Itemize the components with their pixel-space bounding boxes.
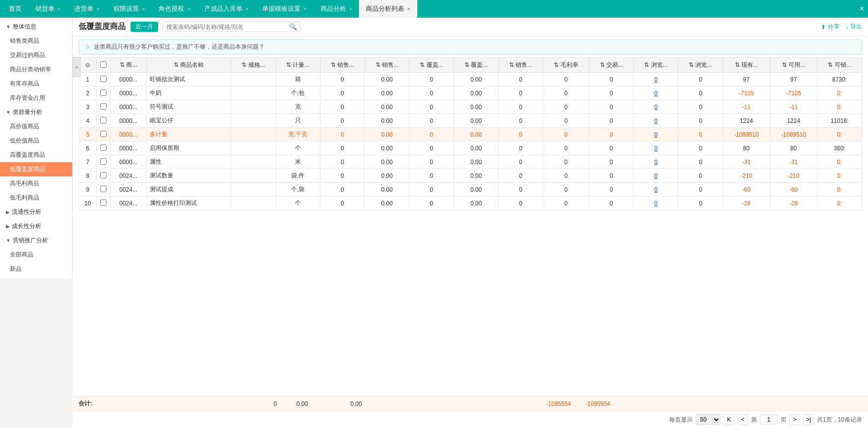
cell-check[interactable]: [97, 86, 110, 100]
cell-check[interactable]: [97, 100, 110, 114]
period-button[interactable]: 近一月: [131, 22, 158, 32]
th-check[interactable]: [97, 58, 110, 73]
row-checkbox[interactable]: [100, 131, 107, 137]
sort-b2-icon[interactable]: ⇅: [689, 61, 694, 68]
cell-br1[interactable]: 0: [634, 114, 678, 128]
nav-tab-product-in[interactable]: 产成品入库单 ×: [197, 0, 255, 18]
nav-tab-analysis[interactable]: 商品分析 ×: [314, 0, 359, 18]
cell-br1[interactable]: 0: [634, 73, 678, 86]
cell-br1[interactable]: 0: [634, 100, 678, 114]
row-checkbox[interactable]: [100, 200, 107, 206]
row-checkbox[interactable]: [100, 186, 107, 192]
settings-icon[interactable]: ⚙: [85, 62, 90, 69]
close-template-icon[interactable]: ×: [303, 6, 306, 12]
sidebar-section-marketing[interactable]: ▼ 营销推广分析: [0, 233, 72, 248]
cell-check[interactable]: [97, 155, 110, 169]
sidebar-item-high-coverage[interactable]: 高覆盖度商品: [0, 148, 72, 162]
page-size-select[interactable]: 50 20 100: [696, 414, 721, 425]
cell-check[interactable]: [97, 114, 110, 128]
row-checkbox[interactable]: [100, 117, 107, 123]
sort-unit-icon[interactable]: ⇅: [286, 61, 291, 68]
sort-b1-icon[interactable]: ⇅: [644, 61, 649, 68]
cell-br1[interactable]: 0: [634, 197, 678, 210]
sidebar-item-capital[interactable]: 库存资金占用: [0, 91, 72, 105]
sort-sa-icon[interactable]: ⇅: [376, 61, 380, 68]
sidebar-item-low-value[interactable]: 低价值商品: [0, 134, 72, 148]
nav-tab-permissions[interactable]: 权限设置 ×: [107, 0, 152, 18]
export-button[interactable]: ↓ 导出: [845, 23, 862, 31]
sidebar-item-category-rate[interactable]: 商品分类动销率: [0, 62, 72, 77]
sort-cur-icon[interactable]: ⇅: [735, 61, 740, 68]
sort-code-icon[interactable]: ⇅: [120, 61, 125, 68]
cell-check[interactable]: [97, 142, 110, 155]
close-analysis-list-icon[interactable]: ×: [407, 6, 410, 12]
check-all[interactable]: [100, 61, 107, 68]
close-permissions-icon[interactable]: ×: [142, 6, 145, 12]
cell-check[interactable]: [97, 73, 110, 86]
close-analysis-icon[interactable]: ×: [349, 6, 352, 12]
cell-br1[interactable]: 0: [634, 169, 678, 183]
row-checkbox[interactable]: [100, 158, 107, 165]
sidebar-item-all-goods[interactable]: 全部商品: [0, 248, 72, 262]
row-checkbox[interactable]: [100, 172, 107, 178]
page-number-input[interactable]: [760, 415, 778, 425]
row-checkbox[interactable]: [100, 89, 107, 96]
sort-sl-icon[interactable]: ⇅: [828, 61, 833, 68]
prev-page-button[interactable]: <: [737, 414, 748, 425]
sort-name-icon[interactable]: ⇅: [174, 61, 179, 68]
sidebar-item-traded-goods[interactable]: 交易过的商品: [0, 48, 72, 62]
last-page-button[interactable]: >|: [803, 414, 814, 425]
cell-check[interactable]: [97, 197, 110, 210]
share-button[interactable]: ⬆ 分享: [821, 23, 840, 31]
sidebar-collapse-button[interactable]: «: [73, 57, 81, 77]
sidebar-item-stock-goods[interactable]: 有库存商品: [0, 77, 72, 91]
nav-tab-template[interactable]: 单据模板设置 ×: [255, 0, 313, 18]
cell-br1[interactable]: 0: [634, 86, 678, 100]
sort-av-icon[interactable]: ⇅: [782, 61, 787, 68]
first-page-button[interactable]: K: [724, 414, 734, 425]
sidebar-item-high-profit[interactable]: 高毛利商品: [0, 176, 72, 191]
cell-check[interactable]: [97, 169, 110, 183]
cell-br1[interactable]: 0: [634, 128, 678, 142]
sidebar-item-low-profit[interactable]: 低毛利商品: [0, 191, 72, 205]
close-sales-icon[interactable]: ×: [57, 6, 60, 12]
row-checkbox[interactable]: [100, 144, 107, 151]
sort-sq-icon[interactable]: ⇅: [331, 61, 336, 68]
cell-br1[interactable]: 0: [634, 155, 678, 169]
search-input[interactable]: [166, 24, 289, 30]
cell-available: -1089510: [770, 128, 817, 142]
sort-s3-icon[interactable]: ⇅: [509, 61, 514, 68]
sidebar-item-new-goods[interactable]: 新品: [0, 262, 72, 276]
th-settings[interactable]: ⚙: [79, 58, 97, 73]
sidebar-section-liquidity[interactable]: ▶ 流通性分析: [0, 205, 72, 219]
cell-check[interactable]: [97, 128, 110, 142]
cell-br1[interactable]: 0: [634, 183, 678, 197]
cell-check[interactable]: [97, 183, 110, 197]
nav-tab-analysis-list[interactable]: 商品分析列表 ×: [359, 0, 417, 18]
sort-spec-icon[interactable]: ⇅: [242, 61, 246, 68]
sidebar-section-growth[interactable]: ▶ 成长性分析: [0, 219, 72, 233]
close-product-in-icon[interactable]: ×: [245, 6, 248, 12]
sort-gr-icon[interactable]: ⇅: [554, 61, 559, 68]
sidebar-item-sales-goods[interactable]: 销售类商品: [0, 34, 72, 48]
nav-tab-sales[interactable]: 销货单 ×: [28, 0, 67, 18]
row-checkbox[interactable]: [100, 103, 107, 110]
sidebar-item-high-value[interactable]: 高价值商品: [0, 119, 72, 134]
sidebar-section-overall[interactable]: ▼ 整体信息: [0, 20, 72, 34]
search-icon[interactable]: 🔍: [289, 23, 297, 30]
close-roles-icon[interactable]: ×: [187, 6, 190, 12]
nav-tab-home[interactable]: 首页: [2, 0, 28, 18]
row-checkbox[interactable]: [100, 76, 107, 82]
sort-c1-icon[interactable]: ⇅: [420, 61, 425, 68]
table-row: 2 0000... 牛奶 个,包 0 0.00 0 0.00 0 0 0 0 0…: [79, 86, 862, 100]
sidebar-item-low-coverage[interactable]: 低覆盖度商品: [0, 162, 72, 176]
nav-tab-roles[interactable]: 角色授权 ×: [152, 0, 197, 18]
close-purchase-icon[interactable]: ×: [96, 6, 99, 12]
sort-c2-icon[interactable]: ⇅: [464, 61, 469, 68]
cell-br1[interactable]: 0: [634, 142, 678, 155]
nav-tab-purchase[interactable]: 进货单 ×: [67, 0, 106, 18]
sort-tr-icon[interactable]: ⇅: [600, 61, 605, 68]
close-all-button[interactable]: ×: [860, 4, 864, 13]
next-page-button[interactable]: >: [789, 414, 800, 425]
sidebar-section-cluster[interactable]: ▼ 类群量分析: [0, 105, 72, 119]
